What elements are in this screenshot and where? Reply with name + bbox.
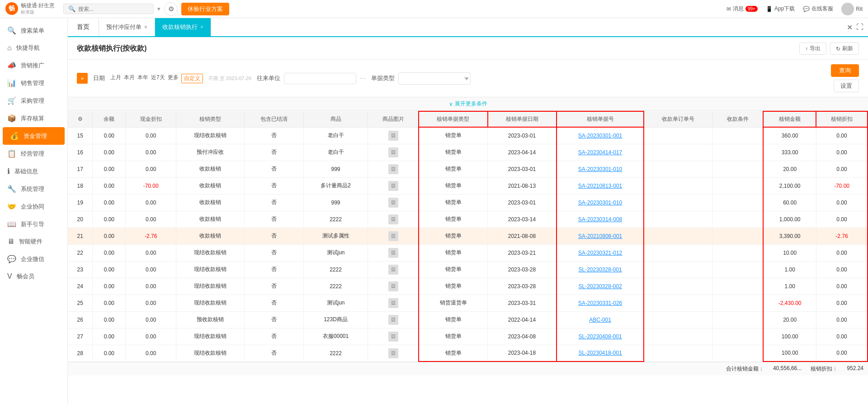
table-container[interactable]: ⚙ 余额 现金折扣 核销类型 包含已结清 商品 商品图片 核销单据类型 核销单据… xyxy=(68,111,868,404)
search-input[interactable] xyxy=(78,6,146,12)
cell-id: 26 xyxy=(68,311,93,328)
cell-bill-no: SA-20230314-008 xyxy=(557,211,644,228)
date-more[interactable]: 更多 xyxy=(168,74,179,83)
app-download-item[interactable]: 📱 App下载 xyxy=(766,5,795,13)
cell-product-img: 🖼 xyxy=(368,144,419,161)
sidebar-item-nav[interactable]: ⌂ 快捷导航 xyxy=(0,39,67,57)
sidebar-item-search[interactable]: 🔍 搜索菜单 xyxy=(0,22,67,39)
date-last-month[interactable]: 上月 xyxy=(110,74,121,83)
tab-prepay-close[interactable]: × xyxy=(144,24,147,30)
bill-no-link[interactable]: SL-20230328-001 xyxy=(579,266,622,273)
cell-payment-terms xyxy=(712,161,764,177)
online-service-item[interactable]: 💬 在线客服 xyxy=(803,5,833,13)
settings-button[interactable]: ⚙ xyxy=(164,2,178,16)
cell-bill-date: 2023-03-01 xyxy=(488,194,557,211)
sidebar-item-member[interactable]: V 畅会员 xyxy=(0,268,67,285)
tab-home[interactable]: 首页 xyxy=(68,18,99,36)
message-icon: ✉ xyxy=(726,6,731,12)
cell-bill-date: 2022-04-14 xyxy=(488,311,557,328)
tab-current[interactable]: 收款核销执行 × xyxy=(155,18,211,36)
table-row: 21 0.00 -2.76 收款核销 否 测试多属性 🖼 销货单 2021-08… xyxy=(68,228,868,244)
sidebar-item-wechat[interactable]: 💬 企业微信 xyxy=(0,250,67,268)
cell-product: 999 xyxy=(304,194,368,211)
date-7days[interactable]: 近7天 xyxy=(151,74,165,83)
marketing-icon: 📣 xyxy=(7,61,16,70)
partner-input[interactable] xyxy=(284,73,356,84)
user-item[interactable]: Rit xyxy=(841,3,863,15)
filter-collapse-button[interactable]: » xyxy=(77,73,88,84)
bill-no-link[interactable]: SA-20230301-001 xyxy=(578,133,622,139)
export-button[interactable]: ↑ 导出 xyxy=(799,43,826,55)
cell-balance: 0.00 xyxy=(93,295,126,311)
cell-verify-type: 现结收款核销 xyxy=(176,261,245,278)
col-included: 包含已结清 xyxy=(244,111,303,127)
bill-no-link[interactable]: SA-20230301-010 xyxy=(578,166,622,172)
table-row: 28 0.00 0.00 现结收款核销 否 2222 🖼 销货单 2023-04… xyxy=(68,345,868,361)
cell-cash-discount: 0.00 xyxy=(126,161,176,177)
inventory-icon: 📦 xyxy=(7,114,16,123)
bill-no-link[interactable]: SA-20210808-001 xyxy=(578,233,622,239)
sidebar-item-inventory[interactable]: 📦 库存核算 xyxy=(0,109,67,127)
bill-no-link[interactable]: SA-20230301-010 xyxy=(578,200,622,206)
filter-settings-button[interactable]: 设置 xyxy=(834,80,859,92)
sidebar-item-system[interactable]: 🔧 系统管理 xyxy=(0,180,67,198)
bill-no-link[interactable]: SA-20210813-001 xyxy=(578,183,622,189)
cell-balance: 0.00 xyxy=(93,144,126,161)
bill-no-link[interactable]: SL-20230408-001 xyxy=(579,333,622,340)
date-this-year[interactable]: 本年 xyxy=(137,74,148,83)
close-window-icon[interactable]: ✕ xyxy=(847,23,853,32)
sidebar-item-marketing[interactable]: 📣 营销推广 xyxy=(0,57,67,74)
sidebar-item-collab[interactable]: 🤝 企业协同 xyxy=(0,198,67,215)
query-button[interactable]: 查询 xyxy=(831,64,859,77)
bill-no-link[interactable]: SA-20230414-017 xyxy=(578,149,622,156)
cell-verify-type: 现结收款核销 xyxy=(176,278,245,295)
expand-conditions-button[interactable]: ∨ 展开更多条件 xyxy=(449,100,487,108)
bill-no-link[interactable]: ABC-001 xyxy=(589,317,611,323)
table-row: 22 0.00 0.00 现结收款核销 否 测试jun 🖼 销货单 2023-0… xyxy=(68,244,868,261)
cell-verify-type: 现结收款核销 xyxy=(176,244,245,261)
cell-product-img: 🖼 xyxy=(368,295,419,311)
tab-current-close[interactable]: × xyxy=(200,24,203,30)
industry-button[interactable]: 休验行业方案 xyxy=(181,3,229,15)
cell-order-no xyxy=(644,127,712,144)
date-custom[interactable]: 自定义 xyxy=(181,74,203,83)
table-row: 25 0.00 0.00 现结收款核销 否 测试jun 🖼 销货退货单 2023… xyxy=(68,295,868,311)
sidebar-item-sales[interactable]: 📊 销售管理 xyxy=(0,74,67,92)
sidebar-item-info[interactable]: ℹ 基础信息 xyxy=(0,162,67,180)
cell-bill-no: SA-20210813-001 xyxy=(557,177,644,194)
cell-payment-terms xyxy=(712,144,764,161)
sidebar-item-guide[interactable]: 📖 新手引导 xyxy=(0,215,67,233)
partner-dots: ··· xyxy=(360,74,366,82)
cell-bill-no: SA-20230321-012 xyxy=(557,244,644,261)
top-bar: 畅 畅捷通·好生意 标准版 🔍 ▾ ⚙ 休验行业方案 ✉ 消息 99+ 📱 Ap… xyxy=(0,0,868,18)
sidebar-item-ops[interactable]: 📋 经营管理 xyxy=(0,145,67,162)
cell-cash-discount: 0.00 xyxy=(126,144,176,161)
cell-bill-date: 2023-03-28 xyxy=(488,261,557,278)
sidebar-item-purchase[interactable]: 🛒 采购管理 xyxy=(0,92,67,109)
messages-item[interactable]: ✉ 消息 99+ xyxy=(726,5,758,13)
table-row: 15 0.00 0.00 现结收款核销 否 老白干 🖼 销货单 2023-03-… xyxy=(68,127,868,144)
bill-no-link[interactable]: SL-20230328-002 xyxy=(579,283,622,290)
cell-product-img: 🖼 xyxy=(368,177,419,194)
col-amount: 核销金额 xyxy=(763,111,816,127)
refresh-button[interactable]: ↻ 刷新 xyxy=(830,43,859,55)
cell-discount: 0.00 xyxy=(816,244,868,261)
sidebar-item-device[interactable]: 🖥 智能硬件 xyxy=(0,233,67,250)
table-row: 17 0.00 0.00 收款核销 否 999 🖼 销货单 2023-03-01… xyxy=(68,161,868,177)
maximize-icon[interactable]: ⛶ xyxy=(856,23,863,31)
bill-no-link[interactable]: SA-20230321-012 xyxy=(578,250,622,256)
bill-no-link[interactable]: SL-20230418-001 xyxy=(579,350,622,356)
date-this-month[interactable]: 本月 xyxy=(124,74,135,83)
bill-no-link[interactable]: SA-20230331-026 xyxy=(578,300,622,306)
cell-bill-type: 销货单 xyxy=(419,244,487,261)
sidebar-item-finance[interactable]: 💰 资金管理 xyxy=(3,127,65,145)
bill-type-select[interactable] xyxy=(398,72,471,85)
cell-amount: 1.00 xyxy=(763,261,816,278)
search-icon: 🔍 xyxy=(68,5,75,12)
cell-cash-discount: -2.76 xyxy=(126,228,176,244)
table-row: 18 0.00 -70.00 收款核销 否 多计量商品2 🖼 销货单 2021-… xyxy=(68,177,868,194)
bill-no-link[interactable]: SA-20230314-008 xyxy=(578,216,622,223)
tab-prepay[interactable]: 预付冲应付单 × xyxy=(99,18,155,36)
search-area[interactable]: 🔍 xyxy=(63,4,154,14)
table-row: 16 0.00 0.00 预付冲应收 否 老白干 🖼 销货单 2023-04-1… xyxy=(68,144,868,161)
